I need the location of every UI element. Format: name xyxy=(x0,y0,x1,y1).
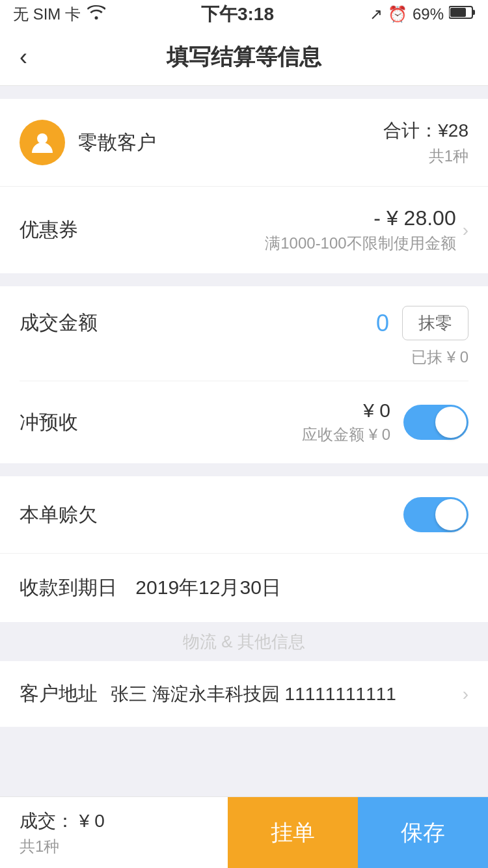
total-amount: 合计：¥28 xyxy=(383,118,468,143)
battery-text: 69% xyxy=(413,5,444,23)
deal-amount-label: 成交金额 xyxy=(20,310,98,336)
back-button[interactable]: ‹ xyxy=(20,44,27,71)
bottom-actions: 挂单 保存 xyxy=(228,797,488,868)
section-divider-3 xyxy=(0,463,488,476)
section-divider-2 xyxy=(0,273,488,286)
customer-name: 零散客户 xyxy=(78,129,156,156)
svg-point-3 xyxy=(37,133,47,144)
page-title: 填写结算等信息 xyxy=(167,42,321,72)
customer-left: 零散客户 xyxy=(20,120,156,165)
customer-right: 合计：¥28 共1种 xyxy=(383,118,468,167)
save-button[interactable]: 保存 xyxy=(358,797,488,868)
total-count: 共1种 xyxy=(383,146,468,167)
coupon-discount: - ¥ 28.00 xyxy=(265,206,455,230)
address-value: 张三 海淀永丰科技园 11111111111 xyxy=(111,682,463,707)
bottom-bar: 成交： ¥ 0 共1种 挂单 保存 xyxy=(0,796,488,868)
credit-toggle-knob xyxy=(435,499,467,530)
coupon-right: - ¥ 28.00 满1000-100不限制使用金额 › xyxy=(265,206,468,254)
carrier-text: 无 SIM 卡 xyxy=(13,4,81,25)
advance-value: ¥ 0 xyxy=(302,400,390,422)
svg-rect-1 xyxy=(472,10,475,15)
location-icon: ↗ xyxy=(370,5,383,23)
bottom-summary: 成交： ¥ 0 共1种 xyxy=(0,809,228,857)
wifi-icon xyxy=(87,5,105,23)
advance-row: 冲预收 ¥ 0 应收金额 ¥ 0 xyxy=(20,381,468,463)
logistics-label: 物流 & 其他信息 xyxy=(183,631,305,653)
transaction-section: 成交金额 0 抹零 已抹 ¥ 0 冲预收 ¥ 0 应收金额 ¥ 0 xyxy=(0,286,488,463)
coupon-description: 满1000-100不限制使用金额 xyxy=(265,233,455,254)
advance-toggle[interactable] xyxy=(403,405,468,440)
deal-amount-row: 成交金额 0 抹零 xyxy=(20,286,468,347)
svg-rect-2 xyxy=(450,8,466,17)
customer-avatar xyxy=(20,120,65,165)
bottom-count: 共1种 xyxy=(20,836,208,857)
deal-amount-sub: 已抹 ¥ 0 xyxy=(20,347,468,381)
toggle-knob xyxy=(435,407,467,438)
nav-bar: ‹ 填写结算等信息 xyxy=(0,29,488,86)
coupon-info: - ¥ 28.00 满1000-100不限制使用金额 xyxy=(265,206,455,254)
status-left: 无 SIM 卡 xyxy=(13,4,105,25)
credit-section: 本单赊欠 xyxy=(0,476,488,553)
bottom-deal-label: 成交： xyxy=(20,811,74,831)
status-right: ↗ ⏰ 69% xyxy=(370,5,475,23)
status-time: 下午3:18 xyxy=(201,2,274,27)
credit-label: 本单赊欠 xyxy=(20,502,98,528)
customer-section: 零散客户 合计：¥28 共1种 优惠券 - ¥ 28.00 满1000-100不… xyxy=(0,99,488,273)
logistics-divider: 物流 & 其他信息 xyxy=(0,622,488,661)
credit-row: 本单赊欠 xyxy=(20,476,468,553)
coupon-row[interactable]: 优惠券 - ¥ 28.00 满1000-100不限制使用金额 › xyxy=(0,187,488,273)
address-row[interactable]: 客户地址 张三 海淀永丰科技园 11111111111 › xyxy=(0,661,488,727)
deal-amount-right: 0 抹零 xyxy=(376,306,468,340)
status-bar: 无 SIM 卡 下午3:18 ↗ ⏰ 69% xyxy=(0,0,488,29)
battery-icon xyxy=(449,5,475,23)
due-date-row[interactable]: 收款到期日 2019年12月30日 xyxy=(0,553,488,622)
hold-button[interactable]: 挂单 xyxy=(228,797,358,868)
section-divider-1 xyxy=(0,86,488,99)
advance-right: ¥ 0 应收金额 ¥ 0 xyxy=(302,400,468,445)
round-button[interactable]: 抹零 xyxy=(402,306,468,340)
advance-sub: 应收金额 ¥ 0 xyxy=(302,424,390,445)
deal-amount-value[interactable]: 0 xyxy=(376,310,389,337)
alarm-icon: ⏰ xyxy=(388,5,407,23)
due-date-value: 2019年12月30日 xyxy=(135,576,280,598)
credit-toggle[interactable] xyxy=(403,497,468,532)
advance-amount: ¥ 0 应收金额 ¥ 0 xyxy=(302,400,390,445)
advance-label: 冲预收 xyxy=(20,409,78,436)
bottom-deal-value: ¥ 0 xyxy=(79,811,105,831)
customer-row: 零散客户 合计：¥28 共1种 xyxy=(0,99,488,187)
due-date-label: 收款到期日 xyxy=(20,576,117,598)
address-chevron-icon: › xyxy=(463,684,468,705)
coupon-chevron-icon: › xyxy=(463,220,468,241)
coupon-label: 优惠券 xyxy=(20,217,78,243)
bottom-deal: 成交： ¥ 0 xyxy=(20,809,208,834)
address-label: 客户地址 xyxy=(20,681,98,707)
